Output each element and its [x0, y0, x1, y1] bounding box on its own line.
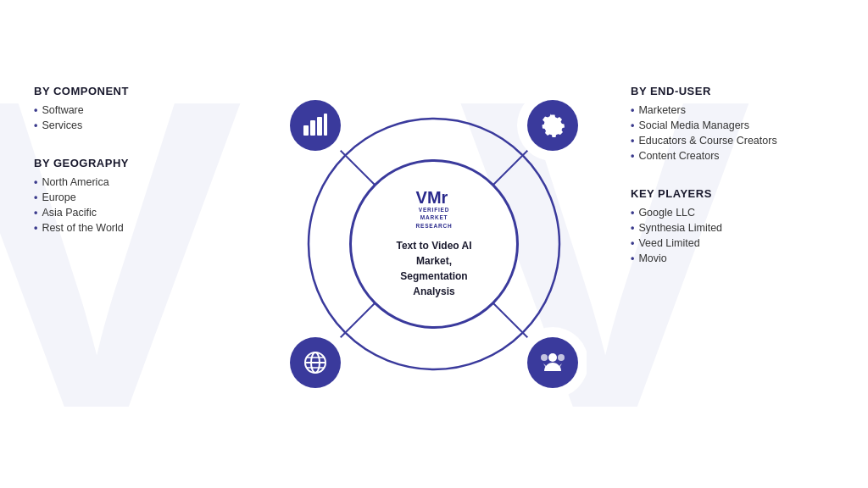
svg-point-21: [548, 353, 557, 362]
svg-rect-14: [317, 117, 322, 136]
geography-title: BY GEOGRAPHY: [34, 157, 220, 169]
right-panel: BY END-USER Marketers Social Media Manag…: [631, 85, 834, 290]
svg-line-4: [339, 149, 376, 186]
list-item: Content Creators: [631, 150, 834, 162]
svg-rect-13: [310, 120, 315, 136]
list-item: Asia Pacific: [34, 207, 220, 219]
people-icon: [527, 337, 578, 388]
list-item: Marketers: [631, 104, 834, 116]
center-circle: VMr VERIFIED MARKET RESEARCH Text to Vid…: [349, 159, 519, 329]
component-list: Software Services: [34, 104, 220, 131]
keyplayers-title: KEY PLAYERS: [631, 187, 834, 200]
svg-line-6: [339, 302, 376, 339]
enduser-title: BY END-USER: [631, 85, 834, 97]
list-item: Rest of the World: [34, 222, 220, 234]
center-title: Text to Video AI Market, Segmentation An…: [396, 238, 471, 299]
component-title: BY COMPONENT: [34, 85, 220, 97]
logo-icon: VMr: [416, 189, 448, 206]
svg-rect-12: [303, 125, 309, 136]
list-item: Social Media Managers: [631, 119, 834, 131]
geography-list: North America Europe Asia Pacific Rest o…: [34, 176, 220, 234]
keyplayers-list: Google LLC Synthesia Limited Veed Limite…: [631, 207, 834, 264]
enduser-list: Marketers Social Media Managers Educator…: [631, 104, 834, 162]
svg-line-7: [492, 302, 529, 339]
list-item: Software: [34, 104, 220, 116]
logo-subtitle: VERIFIED MARKET RESEARCH: [416, 206, 453, 229]
gear-icon: [527, 100, 578, 151]
list-item: Google LLC: [631, 207, 834, 219]
list-item: Services: [34, 119, 220, 131]
list-item: Movio: [631, 252, 834, 264]
svg-point-23: [541, 354, 548, 361]
left-panel: BY COMPONENT Software Services BY GEOGRA…: [34, 85, 220, 259]
list-item: Europe: [34, 191, 220, 203]
svg-line-5: [492, 149, 529, 186]
bar-chart-icon: [290, 100, 341, 151]
globe-icon: [290, 337, 341, 388]
list-item: North America: [34, 176, 220, 188]
page-content: BY COMPONENT Software Services BY GEOGRA…: [0, 0, 868, 488]
list-item: Educators & Course Creators: [631, 135, 834, 147]
list-item: Veed Limited: [631, 237, 834, 249]
logo-area: VMr VERIFIED MARKET RESEARCH: [416, 189, 453, 229]
svg-point-22: [558, 354, 565, 361]
center-diagram: VMr VERIFIED MARKET RESEARCH Text to Vid…: [281, 92, 587, 396]
list-item: Synthesia Limited: [631, 222, 834, 234]
svg-rect-15: [324, 114, 327, 136]
